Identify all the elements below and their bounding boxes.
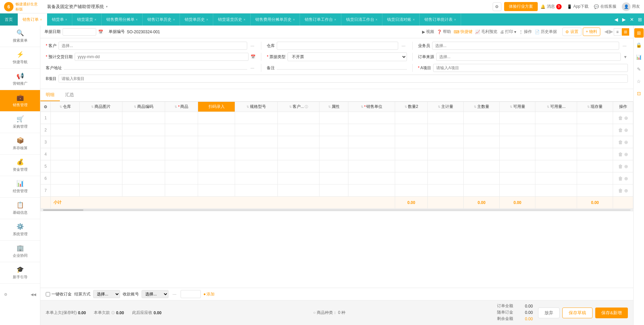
row4-stock[interactable] (577, 148, 613, 160)
tab-sales-return[interactable]: 销货单 × (47, 13, 72, 26)
row2-stock[interactable] (577, 124, 613, 136)
one-click-checkbox[interactable] (46, 292, 50, 296)
row6-warehouse[interactable] (51, 172, 80, 185)
row6-scan[interactable] (198, 172, 235, 185)
col-main-qty[interactable]: ⇅主数量 (464, 102, 500, 112)
col-goods[interactable]: ⇅*商品 (165, 102, 198, 112)
header-settings-icon[interactable]: ⚙ (493, 2, 501, 11)
row7-attr[interactable] (319, 185, 348, 197)
row5-code[interactable] (122, 160, 165, 172)
invoice-type-select[interactable]: 不开票 (288, 52, 407, 61)
row6-goods[interactable] (165, 172, 198, 185)
tab-sales-order[interactable]: 销售订单 × (18, 13, 47, 26)
discard-button[interactable]: 放弃 (538, 308, 560, 318)
row3-available[interactable] (499, 136, 535, 148)
sidebar-item-inventory[interactable]: 📦 库存核算 (0, 133, 40, 155)
right-panel-icon-4[interactable]: ✎ (634, 65, 644, 74)
sidebar-item-shortcut[interactable]: ⚡ 快捷导航 (0, 47, 40, 69)
tab-sales-stats[interactable]: 销售订单统计表 × (420, 13, 461, 26)
col-warehouse[interactable]: ⇅仓库 (51, 102, 80, 112)
tab-home[interactable]: 首页 (0, 13, 18, 26)
row2-available2[interactable] (535, 124, 577, 136)
row1-customer-code[interactable] (278, 112, 319, 124)
sidebar-item-marketing[interactable]: 📢 营销推广 (0, 69, 40, 90)
tab-close-expense-history[interactable]: × (293, 18, 295, 22)
row7-goods[interactable] (165, 185, 198, 197)
right-panel-icon-6[interactable]: ⊡ (634, 89, 644, 98)
row2-code[interactable] (122, 124, 165, 136)
col-stock[interactable]: ⇅现存量 (577, 102, 613, 112)
right-panel-icon-5[interactable]: ☆ (634, 77, 644, 86)
address-more-btn[interactable]: ··· (249, 65, 256, 71)
row3-copy-icon[interactable]: ⊕ (624, 139, 628, 145)
row7-warehouse[interactable] (51, 185, 80, 197)
sidebar-settings-btn[interactable]: ⚙ (4, 286, 7, 302)
row1-code[interactable] (122, 112, 165, 124)
col-qty2[interactable]: ⇅数量2 (395, 102, 428, 112)
col-spec[interactable]: ⇅规格型号 (235, 102, 278, 112)
row5-spec[interactable] (235, 160, 278, 172)
row1-main-unit[interactable] (428, 112, 464, 124)
row2-main-qty[interactable] (464, 124, 500, 136)
row7-spec[interactable] (235, 185, 278, 197)
help-action[interactable]: ❓ 帮助 (437, 29, 451, 35)
row6-customer-code[interactable] (278, 172, 319, 185)
row6-available[interactable] (499, 172, 535, 185)
row4-goods[interactable] (165, 148, 198, 160)
row3-main-qty[interactable] (464, 136, 500, 148)
settlement-select[interactable]: 选择... (93, 290, 120, 298)
tab-next-btn[interactable]: ▶ (620, 16, 628, 23)
staff-input[interactable] (432, 42, 619, 50)
row2-scan[interactable] (198, 124, 235, 136)
tab-close-sales-workbench[interactable]: × (334, 18, 336, 22)
row4-warehouse[interactable] (51, 148, 80, 160)
address-input[interactable] (64, 67, 247, 70)
staff-more-btn[interactable]: ··· (621, 43, 628, 48)
online-support-item[interactable]: 💬 在线客服 (594, 4, 616, 9)
row1-available[interactable] (499, 112, 535, 124)
row1-image[interactable] (80, 112, 122, 124)
row4-code[interactable] (122, 148, 165, 160)
col-available2[interactable]: ⇅可用量... (535, 102, 577, 112)
row7-main-unit[interactable] (428, 185, 464, 197)
row7-stock[interactable] (577, 185, 613, 197)
sidebar-item-base-info[interactable]: 📋 基础信息 (0, 198, 40, 219)
row5-goods[interactable] (165, 160, 198, 172)
row6-main-qty[interactable] (464, 172, 500, 185)
row5-main-unit[interactable] (428, 160, 464, 172)
sidebar-item-operations[interactable]: 📊 经营管理 (0, 176, 40, 198)
row6-image[interactable] (80, 172, 122, 185)
row6-available2[interactable] (535, 172, 577, 185)
row6-unit[interactable] (348, 172, 395, 185)
row6-main-unit[interactable] (428, 172, 464, 185)
sidebar-item-finance[interactable]: 💰 资金管理 (0, 155, 40, 176)
sidebar-item-system[interactable]: ⚙️ 系统管理 (0, 219, 40, 241)
col-image[interactable]: ⇅商品图片 (80, 102, 122, 112)
list-view-icon[interactable]: ≡ (614, 28, 621, 36)
col-unit[interactable]: ⇅*销售单位 (348, 102, 395, 112)
order-source-input[interactable] (436, 53, 621, 61)
tab-expense-split[interactable]: 销售费用分摊单 × (102, 13, 143, 26)
row6-stock[interactable] (577, 172, 613, 185)
row7-image[interactable] (80, 185, 122, 197)
row5-copy-icon[interactable]: ⊕ (624, 164, 628, 169)
col-settings[interactable]: ⚙ (41, 102, 51, 112)
row2-customer-code[interactable] (278, 124, 319, 136)
tab-cash-reconcile[interactable]: 钱货日清对账 × (382, 13, 420, 26)
col-code[interactable]: ⇅商品编码 (122, 102, 165, 112)
row5-available[interactable] (499, 160, 535, 172)
row5-attr[interactable] (319, 160, 348, 172)
row2-image[interactable] (80, 124, 122, 136)
message-item[interactable]: 🔔 消息 9 (540, 4, 562, 9)
row5-main-qty[interactable] (464, 160, 500, 172)
row2-spec[interactable] (235, 124, 278, 136)
tab-close-expense-split[interactable]: × (136, 18, 138, 22)
row3-attr[interactable] (319, 136, 348, 148)
row3-qty2[interactable] (395, 136, 428, 148)
row4-main-qty[interactable] (464, 148, 500, 160)
col-main-unit[interactable]: ⇅主计量 (428, 102, 464, 112)
print-action[interactable]: 🖨 打印 ▾ (500, 29, 516, 35)
row1-spec[interactable] (235, 112, 278, 124)
tab-close-all-btn[interactable]: ✕ (628, 16, 636, 23)
history-action[interactable]: 📄 历史单据 (535, 29, 557, 35)
